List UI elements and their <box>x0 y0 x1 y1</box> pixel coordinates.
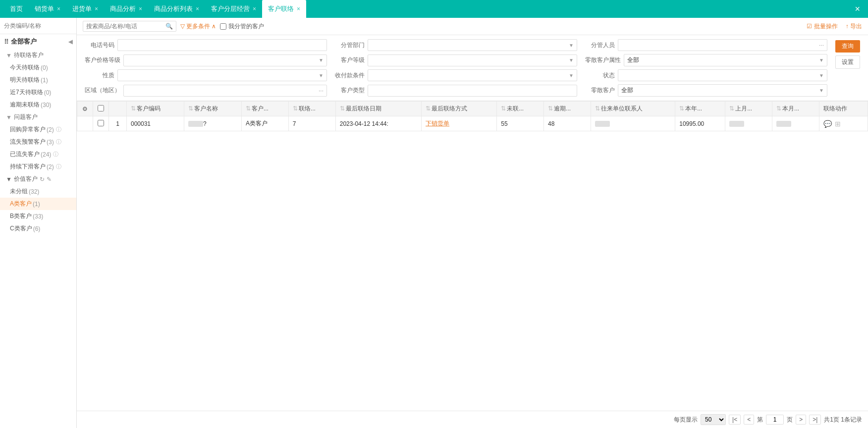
col-check[interactable] <box>93 102 109 116</box>
message-icon[interactable]: 💬 <box>823 120 832 128</box>
scatter-label: 零散客户 <box>585 86 615 95</box>
col-overdue[interactable]: ⇅逾期... <box>544 102 591 116</box>
col-this-year[interactable]: ⇅本年... <box>675 102 725 116</box>
sidebar-problem-customers-group[interactable]: ▼ 问题客户 <box>0 111 76 123</box>
row-last-contact-date: 2023-04-12 14:44: <box>335 116 421 131</box>
per-page-select[interactable]: 50 100 200 <box>701 414 726 425</box>
filter-cell-price-level: 客户价格等级 ▼ <box>85 54 331 66</box>
col-last-month[interactable]: ⇅上月... <box>725 102 772 116</box>
sidebar-item-churn-warning[interactable]: 流失预警客户 (3) ⓘ <box>0 136 76 148</box>
region-label: 区域（地区） <box>85 86 120 95</box>
edit-icon[interactable]: ✎ <box>47 176 52 183</box>
first-page-button[interactable]: |< <box>729 415 741 425</box>
window-close-button[interactable]: × <box>851 4 864 14</box>
row-name[interactable]: ? <box>184 116 241 131</box>
sidebar-item-unclassified[interactable]: 未分组 (32) <box>0 185 76 198</box>
refresh-icon[interactable]: ↻ <box>40 176 45 183</box>
manager-input[interactable]: ··· <box>618 39 827 51</box>
col-action: 联络动作 <box>819 102 868 116</box>
col-last-contact-method[interactable]: ⇅最后联络方式 <box>422 102 497 116</box>
scatter-attr-label: 零散客户属性 <box>585 56 621 64</box>
close-purchase-order[interactable]: × <box>95 5 98 12</box>
col-unit-contact[interactable]: ⇅往来单位联系人 <box>591 102 675 116</box>
page-input[interactable] <box>766 415 784 425</box>
payment-select[interactable]: ▼ <box>368 69 577 81</box>
sidebar-item-churned[interactable]: 已流失客户 (24) ⓘ <box>0 148 76 160</box>
close-customer-contact[interactable]: × <box>297 5 300 12</box>
setting-button[interactable]: 设置 <box>835 55 860 69</box>
status-label: 状态 <box>585 71 615 80</box>
sidebar-item-abnormal-repurchase[interactable]: 回购异常客户 (2) ⓘ <box>0 123 76 136</box>
more-filter-button[interactable]: ▽ 更多条件 ∧ <box>180 22 216 31</box>
select-all-checkbox[interactable] <box>98 105 104 111</box>
dropdown-arrow: ▼ <box>569 43 574 48</box>
close-sales-order[interactable]: × <box>57 5 60 12</box>
nav-customer-contact[interactable]: 客户联络 × <box>262 0 306 18</box>
col-level[interactable]: ⇅客户... <box>241 102 288 116</box>
sidebar-item-tomorrow-contact[interactable]: 明天待联络 (1) <box>0 74 76 86</box>
row-gear[interactable] <box>77 116 93 131</box>
region-input[interactable]: ··· <box>123 85 327 97</box>
qr-icon[interactable]: ⊞ <box>835 120 841 128</box>
last-page-button[interactable]: >| <box>809 415 821 425</box>
contact-method-link[interactable]: 下销货单 <box>426 120 449 127</box>
col-name[interactable]: ⇅客户名称 <box>184 102 241 116</box>
sidebar-search-input[interactable] <box>4 22 77 29</box>
nav-purchase-order[interactable]: 进货单 × <box>66 0 104 18</box>
filter-row-3: 性质 ▼ 收付款条件 ▼ <box>85 69 831 81</box>
scatter-attr-select[interactable]: 全部 ▼ <box>624 54 827 66</box>
nav-product-analysis[interactable]: 商品分析 × <box>104 0 148 18</box>
col-last-contact-date[interactable]: ⇅最后联络日期 <box>335 102 421 116</box>
nav-home[interactable]: 首页 <box>4 0 29 18</box>
next-page-button[interactable]: > <box>796 415 806 425</box>
row-code[interactable]: 000031 <box>127 116 184 131</box>
info-icon: ⓘ <box>56 126 61 133</box>
row-check[interactable] <box>93 116 109 131</box>
row-unit-contact <box>591 116 675 131</box>
nav-customer-segment[interactable]: 客户分层经营 × <box>205 0 262 18</box>
query-button[interactable]: 查询 <box>835 40 860 53</box>
sidebar-item-a-class[interactable]: A类客户 (1) <box>0 198 76 210</box>
col-no-contact-days[interactable]: ⇅未联... <box>497 102 544 116</box>
customer-type-input[interactable] <box>368 85 577 97</box>
phone-input[interactable] <box>117 39 327 51</box>
nature-select[interactable]: ▼ <box>117 69 327 81</box>
nav-sales-order[interactable]: 销货单 × <box>29 0 66 18</box>
search-icon[interactable]: 🔍 <box>165 23 173 30</box>
filter-cell-nature: 性质 ▼ <box>85 69 331 81</box>
sidebar-pending-contact-group[interactable]: ▼ 待联络客户 <box>0 49 76 61</box>
col-contact-person[interactable]: ⇅联络... <box>288 102 335 116</box>
dropdown-arrow: ▼ <box>569 73 574 78</box>
sidebar-item-b-class[interactable]: B类客户 (33) <box>0 210 76 222</box>
status-select[interactable]: ▼ <box>618 69 827 81</box>
sidebar-item-today-contact[interactable]: 今天待联络 (0) <box>0 61 76 74</box>
export-button[interactable]: ↑ 导出 <box>846 22 862 31</box>
search-input[interactable] <box>86 23 165 30</box>
customer-level-select[interactable]: ▼ <box>368 54 577 66</box>
sidebar-item-7day-contact[interactable]: 近7天待联络 (0) <box>0 86 76 99</box>
close-customer-segment[interactable]: × <box>253 5 256 12</box>
sidebar-all-customers[interactable]: ⠿ 全部客户 ◀ <box>0 34 76 49</box>
row-checkbox[interactable] <box>98 120 104 126</box>
close-product-analysis[interactable]: × <box>139 5 142 12</box>
col-num <box>109 102 127 116</box>
table-row: 1 000031 ? A类客户 7 2023-04-12 14:44: 下销货单… <box>77 116 868 131</box>
col-this-month[interactable]: ⇅本月... <box>772 102 819 116</box>
dropdown-arrow: ▼ <box>819 73 824 78</box>
filter-buttons: 查询 设置 <box>835 39 860 97</box>
col-gear[interactable]: ⚙ <box>77 102 93 116</box>
price-level-select[interactable]: ▼ <box>123 54 327 66</box>
close-product-analysis-list[interactable]: × <box>196 5 199 12</box>
sidebar-item-c-class[interactable]: C类客户 (6) <box>0 222 76 235</box>
row-last-contact-method[interactable]: 下销货单 <box>422 116 497 131</box>
sidebar-item-declining[interactable]: 持续下滑客户 (2) ⓘ <box>0 160 76 173</box>
prev-page-button[interactable]: < <box>744 415 754 425</box>
sidebar-item-overdue-contact[interactable]: 逾期未联络 (30) <box>0 99 76 111</box>
my-customers-checkbox[interactable] <box>220 23 226 30</box>
scatter-select[interactable]: 全部 ▼ <box>618 84 827 97</box>
nav-product-analysis-list[interactable]: 商品分析列表 × <box>148 0 205 18</box>
batch-ops-button[interactable]: ☑ 批量操作 <box>807 22 837 31</box>
col-code[interactable]: ⇅客户编码 <box>127 102 184 116</box>
dropdown-arrow: ▼ <box>319 57 324 63</box>
dept-select[interactable]: ▼ <box>368 39 577 51</box>
